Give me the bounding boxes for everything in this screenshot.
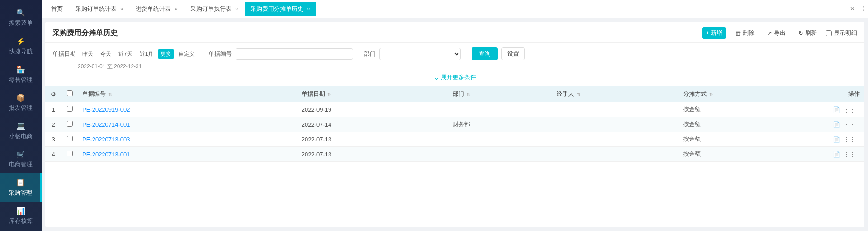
settings-button[interactable]: 设置 <box>501 47 525 60</box>
date-btn-more[interactable]: 更多 <box>158 49 174 59</box>
expand-filter-button[interactable]: ⌄ 展开更多条件 <box>434 73 476 81</box>
row-handler <box>552 117 679 132</box>
delete-button[interactable]: 🗑 删除 <box>731 27 758 39</box>
col-date[interactable]: 单据日期 ⇅ <box>297 86 448 102</box>
tab-purchase-cost-history-label: 采购费用分摊单历史 <box>250 5 303 13</box>
edit-button[interactable]: 📄 <box>833 151 840 158</box>
row-dept <box>448 147 552 162</box>
sidebar-item-purchase[interactable]: 📋 采购管理 <box>0 173 42 202</box>
sort-date-icon: ⇅ <box>327 92 331 97</box>
column-settings-icon[interactable]: ⚙ <box>51 91 56 98</box>
row-actions: 📄 ⋮⋮ <box>828 132 864 147</box>
edit-button[interactable]: 📄 <box>833 121 840 128</box>
date-btn-yesterday[interactable]: 昨天 <box>80 49 96 59</box>
tab-purchase-order-stats-close[interactable]: × <box>120 6 123 12</box>
date-btn-custom[interactable]: 自定义 <box>176 49 198 59</box>
col-order-no-label: 单据编号 <box>82 90 106 97</box>
tab-purchase-order-exec[interactable]: 采购订单执行表 × <box>184 2 244 16</box>
tab-stock-stats[interactable]: 进货单统计表 × <box>130 2 183 16</box>
date-btn-1month[interactable]: 近1月 <box>137 49 156 59</box>
sidebar-item-ecom-light[interactable]: 💻 小畅电商 <box>0 117 42 145</box>
show-columns-label: 显示明细 <box>834 29 857 37</box>
edit-button[interactable]: 📄 <box>833 106 840 113</box>
more-button[interactable]: ⋮⋮ <box>844 151 855 158</box>
data-table-wrap: ⚙ 单据编号 ⇅ 单据日期 ⇅ <box>45 86 864 227</box>
edit-button[interactable]: 📄 <box>833 136 840 143</box>
sidebar-item-wholesale[interactable]: 📦 批发管理 <box>0 89 42 117</box>
tab-window-actions: ✕ ⛶ <box>850 5 864 12</box>
row-method: 按金额 <box>679 132 828 147</box>
query-button[interactable]: 查询 <box>472 47 498 60</box>
maximize-window-icon[interactable]: ⛶ <box>859 5 864 12</box>
tab-purchase-cost-history-close[interactable]: × <box>307 6 310 12</box>
row-actions: 📄 ⋮⋮ <box>828 102 864 117</box>
tab-home[interactable]: 首页 <box>45 2 69 16</box>
row-checkbox[interactable] <box>61 102 78 117</box>
col-method[interactable]: 分摊方式 ⇅ <box>679 86 828 102</box>
row-order-no: PE-20220919-002 <box>78 102 297 117</box>
row-no: 3 <box>45 132 61 147</box>
row-date: 2022-07-13 <box>297 147 448 162</box>
sort-dept-icon: ⇅ <box>467 92 470 97</box>
row-checkbox[interactable] <box>61 117 78 132</box>
row-actions: 📄 ⋮⋮ <box>828 117 864 132</box>
sidebar-item-retail[interactable]: 🏪 零售管理 <box>0 60 42 89</box>
sidebar-item-search[interactable]: 🔍 搜索菜单 <box>0 4 42 32</box>
more-button[interactable]: ⋮⋮ <box>844 106 855 113</box>
date-filter-group: 单据日期 昨天 今天 近7天 近1月 更多 自定义 <box>52 49 198 59</box>
date-btn-7days[interactable]: 近7天 <box>116 49 135 59</box>
sidebar-item-ecom[interactable]: 🛒 电商管理 <box>0 145 42 174</box>
refresh-button[interactable]: ↻ 刷新 <box>795 27 821 39</box>
more-button[interactable]: ⋮⋮ <box>844 136 855 143</box>
close-window-icon[interactable]: ✕ <box>850 5 855 12</box>
row-checkbox[interactable] <box>61 132 78 147</box>
row-no: 1 <box>45 102 61 117</box>
more-button[interactable]: ⋮⋮ <box>844 121 855 128</box>
order-no-input[interactable] <box>236 48 353 60</box>
sort-order-no-icon: ⇅ <box>108 92 112 97</box>
tab-purchase-order-exec-close[interactable]: × <box>235 6 238 12</box>
date-btn-today[interactable]: 今天 <box>98 49 114 59</box>
tab-stock-stats-close[interactable]: × <box>175 6 177 12</box>
purchase-icon: 📋 <box>2 178 38 188</box>
tab-home-label: 首页 <box>51 5 63 13</box>
tab-purchase-order-stats[interactable]: 采购订单统计表 × <box>70 2 129 16</box>
order-no-link[interactable]: PE-20220919-002 <box>82 106 130 113</box>
col-handler[interactable]: 经手人 ⇅ <box>552 86 679 102</box>
show-columns-toggle[interactable]: 显示明细 <box>826 29 857 37</box>
show-columns-checkbox[interactable] <box>826 30 832 36</box>
shortcut-icon: ⚡ <box>2 37 40 47</box>
sidebar-item-shortcut[interactable]: ⚡ 快捷导航 <box>0 32 42 61</box>
order-no-link[interactable]: PE-20220714-001 <box>82 121 130 128</box>
sidebar-item-wholesale-label: 批发管理 <box>2 104 40 112</box>
row-dept: 财务部 <box>448 117 552 132</box>
col-order-no[interactable]: 单据编号 ⇅ <box>78 86 297 102</box>
order-no-filter-group: 单据编号 <box>208 48 353 60</box>
dept-select[interactable] <box>379 48 461 60</box>
table-row: 1 PE-20220919-002 2022-09-19 按金额 📄 ⋮⋮ <box>45 102 864 117</box>
filter-buttons: 查询 设置 <box>472 47 525 60</box>
refresh-icon: ↻ <box>798 30 803 37</box>
delete-label: 删除 <box>743 29 755 37</box>
col-method-label: 分摊方式 <box>683 90 707 97</box>
row-checkbox[interactable] <box>61 147 78 162</box>
sidebar-item-purchase-label: 采购管理 <box>2 189 38 197</box>
add-button[interactable]: + 新增 <box>702 27 726 39</box>
order-no-link[interactable]: PE-20220713-003 <box>82 136 130 143</box>
sidebar-item-ecom-light-label: 小畅电商 <box>2 132 40 141</box>
export-button[interactable]: ↗ 导出 <box>764 27 789 39</box>
col-dept[interactable]: 部门 ⇅ <box>448 86 552 102</box>
expand-filter-label: 展开更多条件 <box>441 73 476 81</box>
table-row: 2 PE-20220714-001 2022-07-14 财务部 按金额 📄 ⋮… <box>45 117 864 132</box>
sidebar: 🔍 搜索菜单 ⚡ 快捷导航 🏪 零售管理 📦 批发管理 💻 小畅电商 🛒 电商管… <box>0 0 42 231</box>
row-method: 按金额 <box>679 102 828 117</box>
col-settings[interactable]: ⚙ <box>45 86 61 102</box>
content-area: 采购费用分摊单历史 + 新增 🗑 删除 ↗ 导出 ↻ 刷新 显示明细 <box>45 22 864 227</box>
select-all-checkbox[interactable] <box>67 90 73 96</box>
tab-purchase-cost-history[interactable]: 采购费用分摊单历史 × <box>245 2 316 16</box>
wholesale-icon: 📦 <box>2 93 40 103</box>
table-row: 3 PE-20220713-003 2022-07-13 按金额 📄 ⋮⋮ <box>45 132 864 147</box>
order-no-link[interactable]: PE-20220713-001 <box>82 151 130 158</box>
sidebar-item-inventory[interactable]: 📊 库存核算 <box>0 202 42 230</box>
data-table: ⚙ 单据编号 ⇅ 单据日期 ⇅ <box>45 86 864 162</box>
